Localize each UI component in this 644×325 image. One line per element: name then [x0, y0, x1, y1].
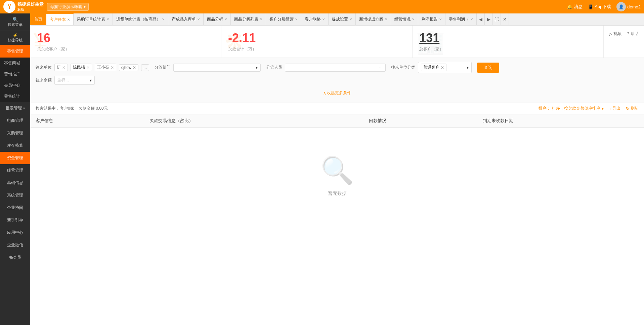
- sort-select[interactable]: 排序： 排序：按欠款金额倒序排序 ▾: [539, 106, 604, 111]
- tab-commission-settings[interactable]: 提成设置 ✕: [329, 13, 356, 26]
- help-button[interactable]: ? 帮助: [627, 31, 639, 37]
- close-icon[interactable]: ✕: [260, 17, 262, 21]
- tab-product-analysis[interactable]: 商品分析 ✕: [204, 13, 231, 26]
- user-profile[interactable]: 👤 demo2: [616, 2, 641, 11]
- sidebar-item-retail-mall[interactable]: 零售商城: [0, 58, 30, 69]
- avatar: 👤: [616, 2, 626, 11]
- tab-production-inbound[interactable]: 产成品入库单 ✕: [168, 13, 204, 26]
- remove-unit-class[interactable]: ✕: [441, 65, 444, 70]
- query-button[interactable]: 查询: [477, 63, 499, 73]
- sidebar-item-wholesale[interactable]: 批发管理 ▾: [0, 102, 30, 114]
- filter-tag-wu[interactable]: 伍 ✕: [54, 64, 68, 71]
- chevron-down-icon: ▾: [602, 106, 604, 111]
- close-icon[interactable]: ✕: [439, 17, 442, 21]
- close-icon[interactable]: ✕: [349, 17, 352, 21]
- tab-close-all[interactable]: ✕: [501, 13, 509, 26]
- close-icon[interactable]: ✕: [197, 17, 200, 21]
- account-dropdown[interactable]: 母婴行业演示帐套 ▾: [47, 3, 89, 11]
- person-filter-label: 分管人员: [266, 65, 282, 70]
- sidebar-sub-retail: 零售商城 营销推广 会员中心 零售统计: [0, 58, 30, 102]
- close-icon[interactable]: ✕: [67, 18, 70, 22]
- dept-filter-label: 分管部门: [155, 65, 171, 70]
- sidebar-item-ecommerce[interactable]: 电商管理: [0, 114, 30, 127]
- tab-home[interactable]: 首页: [30, 13, 46, 26]
- remove-filter-chen[interactable]: ✕: [86, 65, 90, 70]
- export-icon: ↑: [609, 106, 611, 111]
- filter-tag-chen[interactable]: 陈民强 ✕: [71, 64, 92, 71]
- close-icon[interactable]: ✕: [106, 17, 109, 21]
- sidebar-item-operations[interactable]: 经营管理: [0, 164, 30, 177]
- sidebar-item-member[interactable]: 会员中心: [0, 80, 30, 91]
- sidebar-item-system[interactable]: 系统管理: [0, 189, 30, 202]
- sidebar-item-wechat[interactable]: 企业微信: [0, 239, 30, 251]
- collapse-button[interactable]: ∧ 收起更多条件: [323, 90, 351, 96]
- top-bar: ¥ 畅捷通好生意 标版 母婴行业演示帐套 ▾ 🔔 消息 📱 App下载 👤 de…: [0, 0, 644, 13]
- tab-scroll-right[interactable]: ▶: [485, 13, 493, 26]
- sidebar-item-purchase[interactable]: 采购管理: [0, 127, 30, 139]
- tab-profit-report[interactable]: 利润报告 ✕: [418, 13, 445, 26]
- sidebar-search[interactable]: 🔍 搜索菜单: [0, 13, 30, 31]
- help-icon: ?: [627, 32, 629, 36]
- filter-row-2: 往来余额 选择... ▾: [36, 76, 639, 85]
- play-icon: ▷: [609, 32, 612, 36]
- more-tags-button[interactable]: ...: [141, 64, 149, 71]
- messages-button[interactable]: 🔔 消息: [567, 4, 583, 10]
- close-icon[interactable]: ✕: [470, 17, 473, 21]
- stat-total-customers: 🏢 131 总客户（家）: [413, 26, 604, 58]
- tab-product-analysis-list[interactable]: 商品分析列表 ✕: [231, 13, 266, 26]
- tab-retail-profit[interactable]: 零售利润（ ✕: [445, 13, 477, 26]
- remove-filter-wu[interactable]: ✕: [62, 65, 66, 70]
- top-right-actions: 🔔 消息 📱 App下载 👤 demo2: [567, 2, 641, 11]
- tab-operations[interactable]: 经营情况 ✕: [391, 13, 418, 26]
- tab-maximize[interactable]: ⛶: [493, 13, 501, 26]
- app-download-button[interactable]: 📱 App下载: [588, 4, 611, 10]
- remove-filter-cjttcw[interactable]: ✕: [133, 65, 136, 70]
- person-filter-select[interactable]: ···: [285, 64, 386, 72]
- tab-customer-tier[interactable]: 客户分层经营 ✕: [266, 13, 301, 26]
- video-help-button[interactable]: ▷ 视频: [609, 31, 621, 37]
- unit-filter-label: 往来单位: [36, 65, 52, 70]
- logo-text: 畅捷通好生意 标版: [17, 1, 44, 12]
- tab-customer-account[interactable]: 客户账本 ✕: [46, 13, 74, 26]
- sidebar-item-finance[interactable]: 资金管理: [0, 152, 30, 164]
- sidebar-item-guide[interactable]: 新手引导: [0, 214, 30, 226]
- unit-class-select[interactable]: 普通客户 ✕ ▾: [418, 62, 472, 73]
- tab-purchase-order[interactable]: 采购订单统计表 ✕: [74, 13, 113, 26]
- col-overdue-info: 欠款交易信息（占比）: [144, 114, 363, 128]
- sidebar-item-basic-info[interactable]: 基础信息: [0, 177, 30, 189]
- empty-text: 暂无数据: [328, 190, 347, 196]
- close-icon[interactable]: ✕: [162, 17, 165, 21]
- sidebar-item-enterprise-collab[interactable]: 企业协同: [0, 202, 30, 214]
- remove-filter-wang[interactable]: ✕: [111, 65, 114, 70]
- tab-bar: 首页 客户账本 ✕ 采购订单统计表 ✕ 进货单统计表（按商品） ✕ 产成品入库单…: [30, 13, 644, 26]
- app-wrapper: ¥ 畅捷通好生意 标版 母婴行业演示帐套 ▾ 🔔 消息 📱 App下载 👤 de…: [0, 0, 644, 325]
- tab-add-commission[interactable]: 新增提成方案 ✕: [356, 13, 391, 26]
- sidebar-item-inventory[interactable]: 库存核算: [0, 139, 30, 152]
- sidebar: 🔍 搜索菜单 ⚡ 快捷导航 零售管理 零售商城 营销推广 会员中心 零售统计 批…: [0, 13, 30, 325]
- sidebar-item-retail-stats[interactable]: 零售统计: [0, 91, 30, 102]
- tab-customer-contact[interactable]: 客户联络 ✕: [301, 13, 329, 26]
- table-header: 客户信息 欠款交易信息（占比） 回款情况 到期未收款日期: [30, 114, 644, 128]
- refresh-button[interactable]: ↻ 刷新: [626, 106, 639, 111]
- close-icon[interactable]: ✕: [322, 17, 325, 21]
- dept-filter-select[interactable]: ▾: [173, 64, 261, 72]
- balance-filter-select[interactable]: 选择... ▾: [54, 76, 95, 85]
- tab-inbound-by-product[interactable]: 进货单统计表（按商品） ✕: [113, 13, 168, 26]
- close-icon[interactable]: ✕: [385, 17, 387, 21]
- unit-class-tag[interactable]: 普通客户 ✕: [421, 64, 446, 71]
- close-icon[interactable]: ✕: [412, 17, 415, 21]
- unit-class-label: 往来单位分类: [391, 65, 415, 70]
- filter-tag-wang[interactable]: 王小亮 ✕: [95, 64, 116, 71]
- filter-tag-cjttcw[interactable]: cjttcw ✕: [119, 64, 138, 71]
- close-icon[interactable]: ✕: [224, 17, 227, 21]
- download-icon: 📱: [588, 4, 593, 9]
- sidebar-item-app-center[interactable]: 应用中心: [0, 226, 30, 239]
- close-icon[interactable]: ✕: [295, 17, 298, 21]
- export-button[interactable]: ↑ 导出: [609, 106, 620, 111]
- sidebar-item-vip[interactable]: 畅会员: [0, 251, 30, 264]
- tab-scroll-left[interactable]: ◀: [477, 13, 485, 26]
- sidebar-quick-nav[interactable]: ⚡ 快捷导航: [0, 31, 30, 45]
- col-customer-info: 客户信息: [30, 114, 144, 128]
- sidebar-item-retail[interactable]: 零售管理: [0, 45, 30, 58]
- sidebar-item-marketing[interactable]: 营销推广: [0, 69, 30, 80]
